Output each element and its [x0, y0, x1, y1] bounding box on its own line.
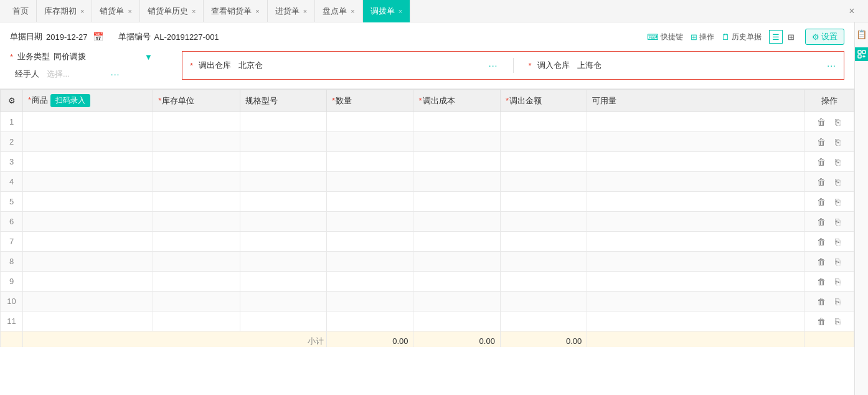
copy-icon[interactable]: ⎘ [831, 315, 844, 328]
row-spec[interactable] [240, 312, 326, 331]
row-cost[interactable] [413, 272, 500, 292]
row-cost[interactable] [413, 292, 500, 312]
tab-stocktake-close[interactable]: × [351, 7, 354, 15]
row-product[interactable] [23, 132, 153, 152]
tab-stocktake[interactable]: 盘点单 × [315, 0, 362, 22]
row-available[interactable] [587, 292, 804, 312]
copy-icon[interactable]: ⎘ [831, 136, 844, 148]
row-unit[interactable] [153, 152, 240, 172]
row-qty[interactable] [327, 252, 413, 272]
row-amount[interactable] [500, 292, 587, 312]
row-spec[interactable] [240, 252, 326, 272]
row-product[interactable] [23, 172, 153, 192]
row-spec[interactable] [240, 152, 326, 172]
copy-icon[interactable]: ⎘ [831, 295, 844, 308]
row-product[interactable] [23, 232, 153, 252]
shortcut-btn[interactable]: ⌨ 快捷键 [647, 32, 683, 42]
row-available[interactable] [587, 152, 804, 172]
tab-view-sales[interactable]: 查看销货单 × [204, 0, 267, 22]
row-spec[interactable] [240, 232, 326, 252]
delete-icon[interactable]: 🗑 [815, 255, 828, 268]
delete-icon[interactable]: 🗑 [815, 176, 828, 188]
row-product[interactable] [23, 192, 153, 212]
row-spec[interactable] [240, 132, 326, 152]
row-cost[interactable] [413, 132, 500, 152]
row-qty[interactable] [327, 212, 413, 232]
tab-sales-order[interactable]: 销货单 × [92, 0, 139, 22]
row-product[interactable] [23, 112, 153, 132]
row-cost[interactable] [413, 232, 500, 252]
sidebar-note-icon[interactable]: 📋 [855, 27, 869, 41]
row-amount[interactable] [500, 112, 587, 132]
transfer-out-more-btn[interactable]: ··· [489, 60, 498, 70]
row-available[interactable] [587, 232, 804, 252]
delete-icon[interactable]: 🗑 [815, 136, 828, 148]
row-available[interactable] [587, 192, 804, 212]
row-cost[interactable] [413, 312, 500, 331]
row-available[interactable] [587, 212, 804, 232]
row-cost[interactable] [413, 212, 500, 232]
row-amount[interactable] [500, 212, 587, 232]
row-amount[interactable] [500, 172, 587, 192]
row-available[interactable] [587, 172, 804, 192]
row-unit[interactable] [153, 272, 240, 292]
scan-button[interactable]: 扫码录入 [50, 94, 90, 107]
copy-icon[interactable]: ⎘ [831, 236, 844, 248]
row-unit[interactable] [153, 112, 240, 132]
row-product[interactable] [23, 312, 153, 331]
tab-transfer-close[interactable]: × [399, 7, 402, 15]
row-unit[interactable] [153, 172, 240, 192]
history-btn[interactable]: 🗒 历史单据 [722, 32, 762, 42]
business-type-dropdown-icon[interactable]: ▼ [144, 52, 153, 62]
row-amount[interactable] [500, 152, 587, 172]
row-spec[interactable] [240, 272, 326, 292]
row-available[interactable] [587, 312, 804, 331]
row-unit[interactable] [153, 192, 240, 212]
list-view-icon[interactable]: ☰ [769, 30, 783, 44]
row-spec[interactable] [240, 212, 326, 232]
row-amount[interactable] [500, 252, 587, 272]
row-unit[interactable] [153, 292, 240, 312]
copy-icon[interactable]: ⎘ [831, 176, 844, 188]
row-spec[interactable] [240, 192, 326, 212]
operation-btn[interactable]: ⊞ 操作 [691, 32, 714, 42]
tab-view-sales-close[interactable]: × [255, 7, 259, 15]
row-qty[interactable] [327, 292, 413, 312]
row-available[interactable] [587, 252, 804, 272]
handler-input[interactable]: 选择... [43, 69, 70, 80]
row-cost[interactable] [413, 112, 500, 132]
row-unit[interactable] [153, 132, 240, 152]
row-qty[interactable] [327, 312, 413, 331]
grid-view-icon[interactable]: ⊞ [784, 30, 798, 44]
row-available[interactable] [587, 132, 804, 152]
tab-purchase-close[interactable]: × [303, 7, 307, 15]
delete-icon[interactable]: 🗑 [815, 315, 828, 328]
row-spec[interactable] [240, 112, 326, 132]
row-cost[interactable] [413, 152, 500, 172]
delete-icon[interactable]: 🗑 [815, 275, 828, 288]
row-spec[interactable] [240, 172, 326, 192]
row-amount[interactable] [500, 272, 587, 292]
row-available[interactable] [587, 272, 804, 292]
copy-icon[interactable]: ⎘ [831, 156, 844, 168]
row-amount[interactable] [500, 192, 587, 212]
row-available[interactable] [587, 112, 804, 132]
delete-icon[interactable]: 🗑 [815, 156, 828, 168]
row-unit[interactable] [153, 312, 240, 331]
tab-transfer[interactable]: 调拨单 × [363, 0, 410, 22]
tab-purchase[interactable]: 进货单 × [268, 0, 315, 22]
delete-icon[interactable]: 🗑 [815, 196, 828, 208]
row-product[interactable] [23, 152, 153, 172]
copy-icon[interactable]: ⎘ [831, 216, 844, 228]
delete-icon[interactable]: 🗑 [815, 216, 828, 228]
row-amount[interactable] [500, 132, 587, 152]
row-cost[interactable] [413, 172, 500, 192]
delete-icon[interactable]: 🗑 [815, 116, 828, 128]
row-amount[interactable] [500, 312, 587, 331]
row-qty[interactable] [327, 272, 413, 292]
row-qty[interactable] [327, 132, 413, 152]
row-qty[interactable] [327, 192, 413, 212]
calendar-icon[interactable]: 📅 [93, 32, 103, 42]
row-cost[interactable] [413, 192, 500, 212]
handler-more-btn[interactable]: ··· [111, 69, 120, 79]
